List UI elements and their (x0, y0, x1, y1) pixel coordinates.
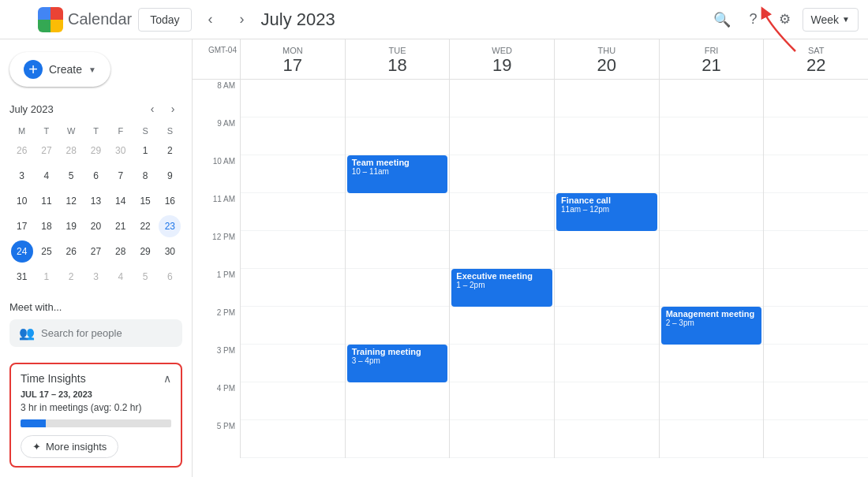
day-header-fri: FRI 21 (659, 39, 764, 79)
dow-label: W (59, 125, 84, 137)
mini-cal-grid: M T W T F S S 26 27 28 29 30 1 2 (9, 125, 182, 289)
mini-day-cell[interactable]: 14 (110, 190, 132, 212)
mini-day-cell[interactable]: 3 (11, 165, 33, 187)
mini-day-cell[interactable]: 26 (11, 140, 33, 162)
mini-day-cell[interactable]: 29 (84, 140, 107, 162)
day-header-thu: THU 20 (554, 39, 659, 79)
mini-day-cell[interactable]: 30 (159, 240, 181, 263)
mini-day-cell[interactable]: 21 (110, 215, 132, 237)
mini-day-cell[interactable]: 15 (134, 190, 156, 212)
day-col-tue[interactable]: Team meeting 10 – 11am Training meeting … (345, 80, 450, 458)
event-title: Finance call (561, 196, 653, 205)
mini-day-cell[interactable]: 13 (84, 190, 107, 212)
day-col-fri[interactable]: Management meeting 2 – 3pm (659, 80, 764, 458)
mini-day-cell[interactable]: 20 (84, 215, 107, 237)
event-training-meeting[interactable]: Training meeting 3 – 4pm (347, 345, 448, 382)
time-label-9am: 9 AM (193, 117, 240, 155)
settings-button[interactable]: ⚙ (771, 6, 799, 34)
next-nav-button[interactable]: › (230, 7, 255, 32)
mini-day-cell[interactable]: 1 (36, 266, 58, 288)
time-label-3pm: 3 PM (193, 345, 240, 382)
mini-day-cell[interactable]: 10 (11, 190, 33, 212)
people-icon: 👥 (19, 326, 35, 341)
mini-day-cell-24-today[interactable]: 24 (11, 240, 33, 263)
mini-day-cell[interactable]: 26 (60, 240, 82, 263)
time-label-2pm: 2 PM (193, 307, 240, 345)
day-header-mon: MON 17 (240, 39, 345, 79)
mini-day-cell-23[interactable]: 23 (159, 215, 181, 237)
dow-label: S (158, 125, 182, 137)
mini-day-cell[interactable]: 6 (159, 266, 181, 288)
prev-nav-button[interactable]: ‹ (198, 7, 223, 32)
day-col-mon[interactable] (240, 80, 345, 458)
mini-day-cell[interactable]: 28 (60, 140, 82, 162)
mini-day-cell[interactable]: 5 (60, 165, 82, 187)
dow-label: M (9, 125, 34, 137)
mini-day-cell[interactable]: 2 (159, 140, 181, 162)
help-button[interactable]: ? (739, 6, 768, 34)
day-header-tue: TUE 18 (345, 39, 450, 79)
mini-day-cell[interactable]: 3 (84, 266, 107, 288)
hamburger-button[interactable] (9, 9, 32, 31)
event-time: 2 – 3pm (666, 319, 758, 327)
mini-day-cell[interactable]: 19 (60, 215, 82, 237)
mini-day-cell[interactable]: 29 (134, 240, 156, 263)
create-dropdown-icon: ▼ (88, 65, 96, 74)
mini-day-cell[interactable]: 5 (134, 266, 156, 288)
dow-label: F (108, 125, 133, 137)
mini-day-cell[interactable]: 2 (60, 266, 82, 288)
bar-fill (21, 419, 46, 427)
day-col-thu[interactable]: Finance call 11am – 12pm (554, 80, 659, 458)
mini-day-cell[interactable]: 27 (84, 240, 107, 263)
calendar-scroll[interactable]: 8 AM 9 AM 10 AM 11 AM 12 PM 1 PM 2 PM 3 … (193, 80, 868, 477)
mini-day-cell[interactable]: 6 (84, 165, 107, 187)
mini-cal-next[interactable]: › (163, 99, 182, 118)
day-col-wed[interactable]: Executive meeting 1 – 2pm (449, 80, 554, 458)
logo-container: Calendar (38, 7, 132, 32)
mini-day-cell[interactable]: 30 (110, 140, 132, 162)
mini-day-cell[interactable]: 9 (159, 165, 181, 187)
day-col-sat[interactable] (763, 80, 868, 458)
mini-day-cell[interactable]: 18 (36, 215, 58, 237)
time-label-1pm: 1 PM (193, 269, 240, 307)
mini-day-cell[interactable]: 16 (159, 190, 181, 212)
mini-day-cell[interactable]: 8 (134, 165, 156, 187)
mini-day-cell[interactable]: 11 (36, 190, 58, 212)
week-view-dropdown[interactable]: Week ▼ (803, 8, 859, 32)
insights-collapse-button[interactable]: ∧ (163, 372, 171, 385)
create-button[interactable]: + Create ▼ (9, 52, 110, 87)
mini-calendar: July 2023 ‹ › M T W T F S S 26 (0, 99, 192, 301)
mini-day-cell[interactable]: 22 (134, 215, 156, 237)
today-button[interactable]: Today (138, 8, 191, 32)
search-button[interactable]: 🔍 (708, 6, 736, 34)
main-layout: + Create ▼ July 2023 ‹ › M T W T F (0, 39, 868, 477)
mini-day-cell[interactable]: 4 (110, 266, 132, 288)
mini-day-cell[interactable]: 7 (110, 165, 132, 187)
mini-day-cell[interactable]: 1 (134, 140, 156, 162)
event-time: 3 – 4pm (352, 356, 443, 365)
google-calendar-logo (38, 7, 63, 32)
event-executive-meeting[interactable]: Executive meeting 1 – 2pm (451, 269, 552, 307)
meet-label: Meet with... (9, 301, 182, 313)
mini-day-cell[interactable]: 28 (110, 240, 132, 263)
mini-day-cell[interactable]: 27 (36, 140, 58, 162)
mini-day-cell[interactable]: 4 (36, 165, 58, 187)
mini-day-cell[interactable]: 31 (11, 266, 33, 288)
more-insights-button[interactable]: ✦ More insights (21, 435, 118, 458)
mini-day-cell[interactable]: 25 (36, 240, 58, 263)
people-search[interactable]: 👥 Search for people (9, 319, 182, 347)
event-team-meeting[interactable]: Team meeting 10 – 11am (347, 155, 448, 193)
event-title: Management meeting (666, 309, 758, 319)
topbar-right: 🔍 ? ⚙ Week ▼ (708, 6, 859, 34)
event-finance-call[interactable]: Finance call 11am – 12pm (556, 193, 657, 231)
day-header-wed: WED 19 (449, 39, 554, 79)
mini-day-cell[interactable]: 12 (60, 190, 82, 212)
dropdown-arrow-icon: ▼ (842, 15, 850, 24)
event-time: 1 – 2pm (456, 281, 548, 289)
event-title: Team meeting (352, 158, 443, 167)
mini-cal-prev[interactable]: ‹ (143, 99, 162, 118)
event-management-meeting[interactable]: Management meeting 2 – 3pm (661, 307, 762, 345)
time-grid: 8 AM 9 AM 10 AM 11 AM 12 PM 1 PM 2 PM 3 … (193, 80, 868, 458)
mini-day-cell[interactable]: 17 (11, 215, 33, 237)
time-label-8am: 8 AM (193, 80, 240, 117)
